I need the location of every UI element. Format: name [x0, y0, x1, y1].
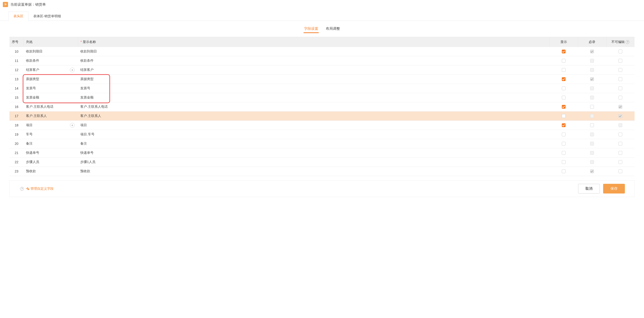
checkbox[interactable]	[562, 96, 566, 100]
col-disp-header: *显示名称	[78, 37, 550, 47]
display-name-cell[interactable]: 票据类型	[78, 75, 550, 84]
display-name-cell[interactable]: 项目	[78, 121, 550, 130]
show-cell	[550, 93, 578, 102]
checkbox[interactable]	[562, 142, 566, 146]
show-cell	[550, 66, 578, 75]
checkbox[interactable]	[618, 59, 622, 62]
cancel-button[interactable]: 取消	[578, 184, 600, 194]
readonly-cell	[606, 66, 634, 75]
table-header-row: 序号 列名 *显示名称 显示 必录 不可编辑?	[10, 37, 634, 47]
field-name: 客户.主联系人	[26, 114, 47, 118]
checkbox[interactable]	[562, 132, 566, 136]
checkbox[interactable]	[618, 50, 622, 54]
display-name-cell[interactable]: 快递单号	[78, 148, 550, 158]
checkbox	[590, 50, 594, 54]
field-name: 车号	[26, 132, 32, 136]
checkbox[interactable]	[562, 86, 566, 90]
checkbox[interactable]	[562, 59, 566, 62]
required-cell	[578, 56, 606, 66]
seq-cell: 18	[10, 121, 24, 130]
checkbox	[618, 123, 622, 127]
title-prefix: 当前设置单据：	[10, 2, 35, 6]
show-cell	[550, 84, 578, 93]
checkbox[interactable]	[618, 77, 622, 81]
field-name: 项目	[26, 123, 32, 127]
checkbox[interactable]	[590, 105, 594, 109]
checkbox[interactable]	[618, 170, 622, 173]
checkbox[interactable]	[618, 160, 622, 164]
subtab-0[interactable]: 字段设置	[304, 25, 319, 33]
collapse-toggle[interactable]	[3, 2, 8, 7]
checkbox[interactable]	[562, 105, 566, 109]
seq-cell: 13	[10, 75, 24, 84]
name-cell: 备注	[24, 139, 78, 148]
table-row: 20备注备注	[10, 139, 634, 148]
display-name-cell[interactable]: 发票号	[78, 84, 550, 93]
required-cell	[578, 158, 606, 167]
checkbox[interactable]	[562, 68, 566, 72]
checkbox[interactable]	[562, 50, 566, 54]
display-name-cell[interactable]: 收款到期日	[78, 47, 550, 56]
display-name-cell[interactable]: 备注	[78, 139, 550, 148]
footer-help-icon[interactable]: ?	[20, 187, 24, 191]
field-name: 快递单号	[26, 151, 39, 154]
checkbox[interactable]	[562, 160, 566, 164]
subtab-1[interactable]: 布局调整	[325, 25, 340, 33]
help-icon[interactable]: ?	[626, 40, 629, 44]
table-row: 16客户.主联系人电话客户.主联系人电话	[10, 102, 634, 112]
readonly-cell	[606, 121, 634, 130]
checkbox[interactable]	[618, 68, 622, 72]
name-cell: 车号	[24, 130, 78, 139]
manage-custom-fields-link[interactable]: 管理自定义字段	[26, 187, 54, 191]
checkbox[interactable]	[618, 132, 622, 136]
required-cell	[578, 167, 606, 176]
checkbox[interactable]	[562, 77, 566, 81]
checkbox[interactable]	[618, 96, 622, 100]
col-show-header: 显示	[550, 37, 578, 47]
checkbox[interactable]	[618, 142, 622, 146]
checkbox[interactable]	[562, 123, 566, 127]
show-cell	[550, 102, 578, 112]
display-name-cell[interactable]: 预收款	[78, 167, 550, 176]
readonly-cell	[606, 84, 634, 93]
footer-right: 取消 保存	[578, 184, 625, 194]
display-name-cell[interactable]: 客户.主联系人电话	[78, 102, 550, 112]
col-name-header: 列名	[24, 37, 78, 47]
display-name-cell[interactable]: 收款条件	[78, 56, 550, 66]
add-icon[interactable]: +	[70, 68, 75, 72]
tab-1[interactable]: 表体区-销货单明细	[28, 12, 66, 21]
save-button[interactable]: 保存	[603, 184, 625, 194]
show-cell	[550, 75, 578, 84]
name-cell: 结算客户+	[24, 66, 78, 75]
name-cell: 发票号	[24, 84, 78, 93]
display-name-cell[interactable]: 结算客户	[78, 66, 550, 75]
required-cell	[578, 93, 606, 102]
checkbox[interactable]	[562, 114, 566, 118]
name-cell: 客户.主联系人电话	[24, 102, 78, 112]
checkbox[interactable]	[590, 123, 594, 127]
checkbox[interactable]	[562, 170, 566, 173]
checkbox[interactable]	[562, 151, 566, 155]
display-name-cell[interactable]: 步骤1人员	[78, 158, 550, 167]
checkbox[interactable]	[618, 86, 622, 90]
checkbox[interactable]	[618, 151, 622, 155]
add-icon[interactable]: +	[70, 123, 75, 128]
checkbox	[590, 68, 594, 72]
seq-cell: 22	[10, 158, 24, 167]
required-cell	[578, 121, 606, 130]
readonly-cell	[606, 47, 634, 56]
show-cell	[550, 121, 578, 130]
field-name: 收款到期日	[26, 50, 42, 53]
display-name-cell[interactable]: 客户.主联系人	[78, 112, 550, 121]
seq-cell: 17	[10, 112, 24, 121]
field-name: 票据类型	[26, 77, 39, 81]
display-name-cell[interactable]: 发票金额	[78, 93, 550, 102]
show-cell	[550, 139, 578, 148]
tab-0[interactable]: 表头区	[8, 12, 28, 21]
seq-cell: 19	[10, 130, 24, 139]
required-cell	[578, 112, 606, 121]
display-name-cell[interactable]: 项目.车号	[78, 130, 550, 139]
readonly-cell	[606, 130, 634, 139]
seq-cell: 15	[10, 93, 24, 102]
field-name: 步骤人员	[26, 160, 39, 164]
